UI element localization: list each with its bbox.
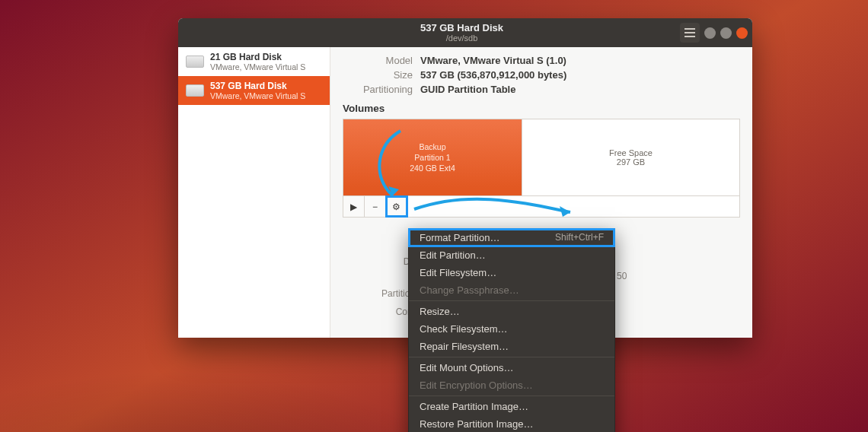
menu-item[interactable]: Check Filesystem… [409,320,614,338]
model-value: VMware, VMware Virtual S (1.0) [420,55,566,66]
window-subtitle: /dev/sdb [244,33,680,43]
free-space-name: Free Space [609,148,653,157]
menu-item[interactable]: Resize… [409,303,614,320]
partition-name: Backup [419,141,445,152]
volume-free-space[interactable]: Free Space 297 GB [522,119,739,195]
partitioning-label: Partitioning [343,84,413,95]
model-label: Model [343,55,413,66]
hard-disk-icon [186,84,204,97]
app-menu-button[interactable] [680,23,700,43]
delete-partition-button[interactable]: − [365,196,386,217]
size-value: 537 GB (536,870,912,000 bytes) [420,69,566,81]
play-icon: ▶ [350,202,357,212]
menu-item-label: Edit Partition… [420,249,486,261]
menu-separator [409,357,614,357]
hard-disk-icon [186,56,204,68]
menu-separator [409,395,614,396]
sidebar-disk-item[interactable]: 21 GB Hard Disk VMware, VMware Virtual S [178,47,330,76]
menu-item[interactable]: Edit Partition… [409,246,614,264]
menu-item[interactable]: Edit Mount Options… [409,359,614,376]
window-minimize-button[interactable] [704,27,716,39]
menu-item[interactable]: Repair Filesystem… [409,338,614,355]
menu-item-label: Check Filesystem… [420,323,508,335]
menu-item-accelerator: Shift+Ctrl+F [555,232,604,243]
window-title: 537 GB Hard Disk [244,23,680,33]
menu-item-label: Edit Mount Options… [420,362,514,373]
gear-icon: ⚙ [392,202,400,212]
window-close-button[interactable] [736,27,748,39]
partitioning-value: GUID Partition Table [420,84,515,95]
size-label: Size [343,69,413,81]
hamburger-icon [685,28,695,37]
partition-options-gear-button[interactable]: ⚙ [386,196,407,217]
menu-item: Change Passphrase… [409,281,614,299]
menu-item: Edit Encryption Options… [409,376,614,394]
titlebar: 537 GB Hard Disk /dev/sdb [178,18,752,47]
disk-sub: VMware, VMware Virtual S [210,91,305,100]
menu-separator [409,300,614,301]
partition-context-menu: Format Partition…Shift+Ctrl+FEdit Partit… [408,228,615,432]
menu-item-label: Resize… [420,306,460,317]
sidebar-disk-item[interactable]: 537 GB Hard Disk VMware, VMware Virtual … [178,76,330,105]
menu-item-label: Change Passphrase… [420,284,519,296]
menu-item[interactable]: Restore Partition Image… [409,415,614,432]
menu-item-label: Create Partition Image… [420,401,528,412]
volume-toolbar: ▶ − ⚙ [343,195,739,217]
menu-item-label: Repair Filesystem… [420,341,509,352]
menu-item-label: Edit Encryption Options… [420,380,533,391]
disk-sub: VMware, VMware Virtual S [210,62,305,71]
volumes-heading: Volumes [343,103,740,114]
menu-item[interactable]: Edit Filesystem… [409,264,614,281]
volume-partition[interactable]: Backup Partition 1 240 GB Ext4 [343,119,522,195]
menu-item-label: Format Partition… [420,232,499,243]
menu-item-label: Restore Partition Image… [420,418,534,430]
disk-name: 537 GB Hard Disk [210,81,305,91]
menu-item-label: Edit Filesystem… [420,267,496,278]
svg-rect-0 [685,28,695,30]
volumes-box: Backup Partition 1 240 GB Ext4 Free Spac… [343,119,740,218]
mount-play-button[interactable]: ▶ [343,196,365,217]
window-maximize-button[interactable] [720,27,732,39]
menu-item[interactable]: Create Partition Image… [409,398,614,415]
partition-line2: Partition 1 [414,152,450,163]
menu-item[interactable]: Format Partition…Shift+Ctrl+F [409,229,614,246]
svg-rect-2 [685,36,695,37]
free-space-size: 297 GB [617,157,645,167]
svg-rect-1 [685,32,695,33]
disk-sidebar: 21 GB Hard Disk VMware, VMware Virtual S… [178,47,330,338]
partition-line3: 240 GB Ext4 [410,163,455,173]
disk-name: 21 GB Hard Disk [210,52,305,62]
minus-icon: − [372,202,378,212]
